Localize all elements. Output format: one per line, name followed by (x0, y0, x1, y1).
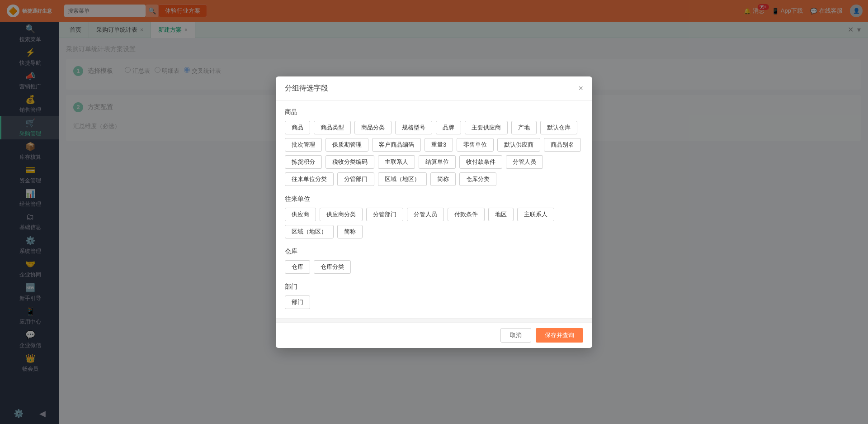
field-tag[interactable]: 零售单位 (457, 138, 494, 152)
field-tag[interactable]: 商品类型 (314, 121, 351, 134)
field-tag[interactable]: 商品 (285, 121, 310, 134)
field-tag[interactable]: 重量3 (425, 138, 453, 152)
field-tag[interactable]: 客户商品编码 (372, 138, 421, 152)
field-tag[interactable]: 商品分类 (354, 121, 392, 134)
dialog-body[interactable]: 商品商品商品类型商品分类规格型号品牌主要供应商产地默认仓库批次管理保质期管理客户… (276, 101, 592, 154)
dialog-header: 分组待选字段 × (276, 76, 592, 101)
dialog-close-button[interactable]: × (578, 84, 583, 93)
field-tag[interactable]: 主要供应商 (465, 121, 508, 134)
field-tag[interactable]: 保质期管理 (326, 138, 368, 152)
field-tag[interactable]: 规格型号 (395, 121, 432, 134)
overlay: 分组待选字段 × 商品商品商品类型商品分类规格型号品牌主要供应商产地默认仓库批次… (0, 0, 868, 154)
field-tag[interactable]: 产地 (511, 121, 537, 134)
field-tags-goods: 商品商品类型商品分类规格型号品牌主要供应商产地默认仓库批次管理保质期管理客户商品… (285, 121, 583, 154)
field-tag[interactable]: 商品别名 (544, 138, 581, 152)
dialog: 分组待选字段 × 商品商品商品类型商品分类规格型号品牌主要供应商产地默认仓库批次… (276, 76, 592, 154)
category-goods: 商品商品商品类型商品分类规格型号品牌主要供应商产地默认仓库批次管理保质期管理客户… (285, 108, 583, 154)
category-label-goods: 商品 (285, 108, 583, 116)
field-tag[interactable]: 默认供应商 (497, 138, 540, 152)
dialog-title: 分组待选字段 (285, 84, 328, 93)
field-tag[interactable]: 批次管理 (285, 138, 322, 152)
field-tag[interactable]: 品牌 (436, 121, 461, 134)
field-tag[interactable]: 默认仓库 (540, 121, 577, 134)
